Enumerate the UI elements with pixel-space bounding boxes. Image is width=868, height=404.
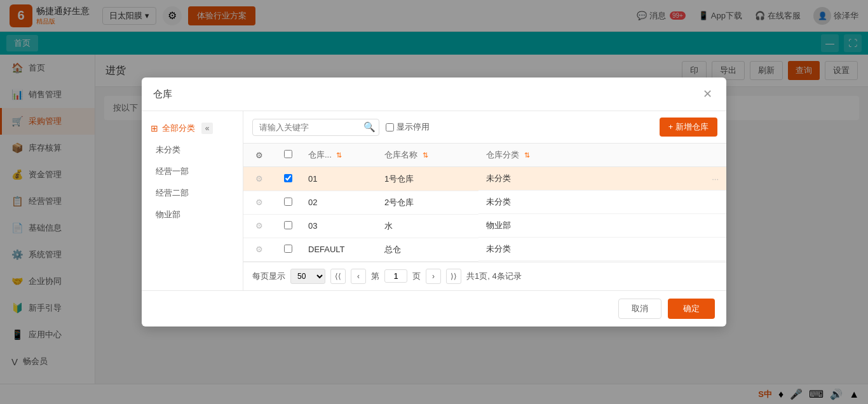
data-table: ⚙ 仓库... ⇅ 仓库名称 ⇅ [243, 144, 726, 262]
search-input[interactable] [252, 119, 379, 136]
page-suffix: 页 [412, 271, 421, 282]
modal-overlay: 仓库 ✕ ⊞ 全部分类 « 未分类 经营一部 经营二部 物业部 [0, 0, 868, 404]
category-item-uncategorized[interactable]: 未分类 [142, 139, 243, 161]
row-gear-icon[interactable]: ⚙ [255, 174, 263, 184]
page-label: 第 [371, 271, 379, 282]
add-warehouse-button[interactable]: + 新增仓库 [660, 118, 717, 137]
page-first-button[interactable]: ⟨⟨ [330, 269, 346, 284]
row-category: 未分类 [478, 238, 726, 261]
row-checkbox-cell [275, 167, 301, 191]
warehouse-dialog: 仓库 ✕ ⊞ 全部分类 « 未分类 经营一部 经营二部 物业部 [142, 77, 726, 327]
dialog-footer: 取消 确定 [142, 290, 726, 327]
show-disabled-label[interactable]: 显示停用 [386, 121, 430, 133]
select-all-checkbox[interactable] [284, 150, 292, 158]
table-panel: 🔍 显示停用 + 新增仓库 ⚙ [243, 111, 726, 290]
page-next-button[interactable]: › [426, 269, 441, 284]
row-checkbox-cell [275, 214, 301, 238]
row-checkbox[interactable] [284, 245, 292, 253]
row-gear-cell: ⚙ [243, 238, 275, 261]
table-row[interactable]: ⚙ 03 水 物业部 [243, 214, 726, 238]
search-icon[interactable]: 🔍 [363, 121, 376, 133]
row-category: 未分类 ··· [478, 167, 726, 191]
table-row[interactable]: ⚙ 01 1号仓库 未分类 ··· [243, 167, 726, 191]
sort-category-icon: ⇅ [524, 151, 530, 159]
row-gear-cell: ⚙ [243, 214, 275, 238]
row-number: 01 [301, 167, 377, 191]
pagination-bar: 每页显示 50 100 ⟨⟨ ‹ 第 页 › ⟩⟩ 共1页, 4条记录 [243, 262, 726, 290]
row-checkbox[interactable] [284, 221, 292, 229]
th-checkbox [275, 144, 301, 167]
row-gear-cell: ⚙ [243, 167, 275, 191]
row-number: 02 [301, 191, 377, 214]
row-number: DEFAULT [301, 238, 377, 261]
page-number-input[interactable] [384, 269, 407, 283]
page-last-button[interactable]: ⟩⟩ [446, 269, 461, 284]
category-all[interactable]: ⊞ 全部分类 « [142, 118, 243, 139]
per-page-label: 每页显示 [252, 271, 285, 282]
row-name: 水 [377, 214, 478, 238]
dialog-close-button[interactable]: ✕ [700, 86, 715, 102]
th-name: 仓库名称 ⇅ [377, 144, 478, 167]
dialog-header: 仓库 ✕ [142, 77, 726, 111]
row-checkbox-cell [275, 191, 301, 214]
confirm-button[interactable]: 确定 [668, 299, 715, 319]
dialog-body: ⊞ 全部分类 « 未分类 经营一部 经营二部 物业部 🔍 [142, 111, 726, 290]
cancel-button[interactable]: 取消 [618, 299, 661, 319]
row-category: 物业部 [478, 214, 726, 238]
row-name: 总仓 [377, 238, 478, 261]
show-disabled-checkbox[interactable] [386, 123, 394, 131]
row-gear-cell: ⚙ [243, 191, 275, 214]
dialog-title: 仓库 [153, 88, 172, 100]
grid-icon: ⊞ [151, 123, 158, 133]
row-checkbox-cell [275, 238, 301, 261]
per-page-select[interactable]: 50 100 [290, 269, 325, 284]
sort-code-icon: ⇅ [336, 151, 342, 159]
row-name: 2号仓库 [377, 191, 478, 214]
row-more-button[interactable]: ··· [712, 174, 719, 184]
category-all-label: 全部分类 [162, 123, 195, 134]
row-checkbox[interactable] [284, 198, 292, 206]
row-category: 未分类 [478, 191, 726, 214]
sort-name-icon: ⇅ [423, 151, 428, 159]
row-name: 1号仓库 [377, 167, 478, 191]
row-checkbox[interactable] [284, 174, 292, 182]
th-code: 仓库... ⇅ [301, 144, 377, 167]
table-row[interactable]: ⚙ 02 2号仓库 未分类 [243, 191, 726, 214]
category-item-ops1[interactable]: 经营一部 [142, 161, 243, 182]
collapse-button[interactable]: « [201, 123, 213, 134]
table-header-row: ⚙ 仓库... ⇅ 仓库名称 ⇅ [243, 144, 726, 167]
row-gear-icon[interactable]: ⚙ [255, 221, 263, 231]
category-item-ops2[interactable]: 经营二部 [142, 182, 243, 204]
category-panel: ⊞ 全部分类 « 未分类 经营一部 经营二部 物业部 [142, 111, 243, 290]
row-gear-icon[interactable]: ⚙ [255, 245, 263, 254]
table-toolbar: 🔍 显示停用 + 新增仓库 [243, 111, 726, 144]
th-gear: ⚙ [243, 144, 275, 167]
row-gear-icon[interactable]: ⚙ [255, 198, 263, 207]
search-input-wrap: 🔍 [252, 119, 379, 136]
table-row[interactable]: ⚙ DEFAULT 总仓 未分类 [243, 238, 726, 261]
category-item-property[interactable]: 物业部 [142, 204, 243, 226]
total-info: 共1页, 4条记录 [466, 271, 522, 282]
th-category: 仓库分类 ⇅ [478, 144, 726, 167]
show-disabled-text: 显示停用 [397, 121, 430, 133]
row-number: 03 [301, 214, 377, 238]
page-prev-button[interactable]: ‹ [351, 269, 366, 284]
warehouse-table: ⚙ 仓库... ⇅ 仓库名称 ⇅ [243, 144, 726, 262]
